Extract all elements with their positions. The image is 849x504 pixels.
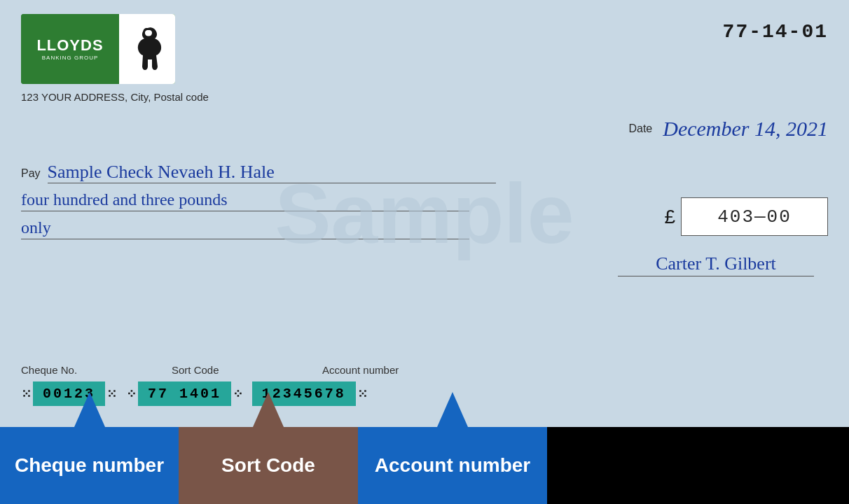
micr-sort-code: 77 1401 [138, 382, 231, 406]
date-row: Date December 14, 2021 [21, 117, 828, 141]
amount-box: 403—00 [681, 197, 828, 236]
micr-bracket-2: ⁙ [106, 386, 117, 402]
logo-horse-area [119, 14, 175, 84]
cheque-arrow [74, 392, 105, 427]
account-arrow [437, 392, 468, 427]
micr-sort-code-label: Sort Code [172, 364, 322, 376]
logo-lloyds-text: LLOYDS [36, 38, 103, 53]
micr-cheque-no-label: Cheque No. [21, 364, 172, 376]
date-label: Date [628, 122, 652, 135]
micr-bracket-4: ⁘ [233, 386, 243, 402]
pay-label: Pay [21, 167, 41, 180]
micr-bracket-5: ⁙ [357, 386, 368, 402]
bottom-empty-segment [547, 427, 849, 504]
bottom-sort-segment: Sort Code [179, 427, 358, 504]
amount-only-line: only [21, 218, 511, 239]
amount-words-text: four hundred and three pounds [21, 190, 469, 211]
signature-text: Carter T. Gilbert [656, 253, 776, 274]
pay-row: Pay Sample Check Nevaeh H. Hale [21, 162, 828, 183]
logo-banking-text: BANKING GROUP [42, 55, 99, 61]
horse-icon [128, 24, 167, 74]
amount-words-line1: four hundred and three pounds [21, 190, 511, 211]
date-value: December 14, 2021 [663, 117, 828, 141]
sort-arrow [253, 392, 284, 427]
address-line: 123 YOUR ADDRESS, City, Postal code [21, 91, 828, 103]
amount-only-text: only [21, 218, 469, 239]
micr-area: Cheque No. Sort Code Account number ⁙ 00… [21, 364, 581, 406]
lloyds-logo: LLOYDS BANKING GROUP [21, 14, 175, 84]
bottom-account-segment: Account number [358, 427, 547, 504]
bottom-account-label: Account number [375, 454, 530, 477]
signature-section: Carter T. Gilbert [21, 253, 814, 276]
micr-account-no-label: Account number [322, 364, 473, 376]
bottom-cheque-label: Cheque number [15, 454, 164, 477]
micr-bracket-3: ⁘ [126, 386, 137, 402]
bottom-cheque-segment: Cheque number [0, 427, 179, 504]
micr-labels-row: Cheque No. Sort Code Account number [21, 364, 581, 376]
logo-text-area: LLOYDS BANKING GROUP [21, 14, 119, 84]
signature-line: Carter T. Gilbert [618, 253, 814, 276]
cheque-top-row: LLOYDS BANKING GROUP 77-14-01 [21, 14, 828, 84]
bottom-bar: Cheque number Sort Code Account number [0, 427, 849, 504]
amount-section: four hundred and three pounds only £ 403… [21, 190, 828, 239]
sort-code-display: 77-14-01 [723, 21, 828, 43]
payee-line: Sample Check Nevaeh H. Hale [48, 162, 496, 183]
cheque-body: Sample LLOYDS BANKING GROUP 77-14-01 [0, 0, 849, 427]
amount-box-section: £ 403—00 [664, 197, 828, 236]
amount-words-section: four hundred and three pounds only [21, 190, 511, 239]
payee-name: Sample Check Nevaeh H. Hale [48, 162, 275, 183]
micr-row: ⁙ 00123 ⁙ ⁘ 77 1401 ⁘ 12345678 ⁙ [21, 382, 581, 406]
bottom-sort-label: Sort Code [221, 454, 315, 477]
pound-sign: £ [664, 206, 675, 228]
micr-bracket-1: ⁙ [21, 386, 32, 402]
